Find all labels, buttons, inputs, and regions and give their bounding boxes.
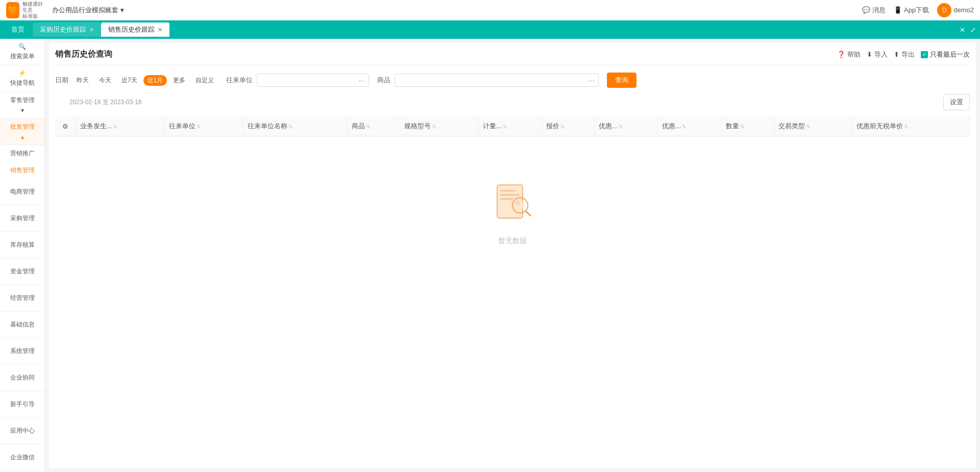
maximize-btn[interactable]: ⤢: [970, 26, 976, 34]
page-title: 销售历史价查询: [55, 49, 112, 60]
col-discount2[interactable]: 优惠... ⇅: [658, 116, 721, 136]
sort-icon-trade-type: ⇅: [806, 124, 810, 129]
sidebar-item-enterprise-wechat[interactable]: 企业微信: [0, 444, 44, 471]
col-partner-name[interactable]: 往来单位名称 ⇅: [243, 116, 347, 136]
workspace-selector[interactable]: 办公用品行业模拟账套 ▾: [52, 6, 124, 15]
search-menu-icon: 🔍: [18, 43, 26, 50]
sidebar-item-operation-mgmt[interactable]: 经营管理: [0, 285, 44, 312]
filter-second-row: 2023-02-18 至 2023-03-18 设置: [55, 94, 970, 110]
close-window-btn[interactable]: ✕: [960, 26, 965, 34]
tab-purchase-history[interactable]: 采购历史价跟踪 ✕: [33, 22, 101, 37]
sidebar-item-new-guide[interactable]: 新手引导: [0, 391, 44, 418]
sidebar-item-basic-info[interactable]: 基础信息: [0, 312, 44, 338]
col-pre-discount-price[interactable]: 优惠前无税单价 ⇅: [852, 116, 970, 136]
date-label: 日期: [55, 76, 68, 85]
col-trade-type[interactable]: 交易类型 ⇅: [774, 116, 852, 136]
date-chip-yesterday[interactable]: 昨天: [72, 75, 93, 86]
tab-purchase-history-close[interactable]: ✕: [89, 27, 94, 33]
only-last-checkbox[interactable]: ✓ 只看最后一次: [921, 50, 970, 59]
goods-input[interactable]: ···: [395, 74, 599, 87]
date-chip-1month[interactable]: 近1月: [143, 75, 167, 86]
sidebar-sub-sales-mgmt[interactable]: 销售管理: [0, 162, 44, 179]
settings-button[interactable]: 设置: [943, 94, 970, 110]
col-partner-code[interactable]: 往来单位 ⇅: [165, 116, 243, 136]
goods-input-dots: ···: [589, 76, 595, 84]
svg-rect-2: [500, 194, 520, 196]
col-quote-price[interactable]: 报价 ⇅: [542, 116, 595, 136]
user-menu[interactable]: D demo2: [937, 3, 974, 17]
empty-state: 暂无数据: [55, 136, 970, 287]
sidebar-item-quick-nav[interactable]: ⚡ 快捷导航: [0, 65, 44, 92]
tab-home[interactable]: 首页: [4, 22, 32, 37]
col-unit[interactable]: 计量... ⇅: [478, 116, 542, 136]
app-icon: 📱: [894, 6, 902, 14]
empty-illustration: [487, 177, 538, 228]
help-icon: ❓: [837, 51, 845, 58]
col-spec[interactable]: 规格型号 ⇅: [400, 116, 479, 136]
sort-icon-discount2: ⇅: [682, 124, 686, 129]
header-left: 🧡 畅捷通好生意 标准版 办公用品行业模拟账套 ▾: [6, 1, 124, 19]
sidebar-item-system-mgmt[interactable]: 系统管理: [0, 338, 44, 365]
quick-nav-icon: ⚡: [18, 69, 26, 77]
sidebar-item-enterprise-agreement[interactable]: 企业协同: [0, 365, 44, 391]
sort-icon-quote-price: ⇅: [560, 124, 565, 129]
col-quantity[interactable]: 数量 ⇅: [721, 116, 774, 136]
sidebar-item-search-menu[interactable]: 🔍 搜索菜单: [0, 39, 44, 65]
sidebar-sub-marketing[interactable]: 营销推广: [0, 145, 44, 162]
sidebar-item-inventory-check[interactable]: 库存核算: [0, 232, 44, 258]
import-btn[interactable]: ⬇ 导入: [867, 50, 888, 59]
message-icon: 💬: [862, 6, 870, 14]
col-biz-date[interactable]: 业务发生... ⇅: [76, 116, 165, 136]
content-area: 销售历史价查询 ❓ 帮助 ⬇ 导入 ⬆ 导出 ✓: [45, 39, 980, 472]
help-btn[interactable]: ❓ 帮助: [837, 50, 861, 59]
sidebar-item-purchase-mgmt[interactable]: 采购管理: [0, 205, 44, 232]
header-right: 💬 消息 📱 App下载 D demo2: [862, 3, 974, 17]
export-btn[interactable]: ⬆ 导出: [894, 50, 915, 59]
sidebar-item-wholesale-mgmt[interactable]: 批发管理 ▴: [0, 119, 44, 145]
tab-bar-actions: ✕ ⤢: [960, 26, 976, 34]
col-goods[interactable]: 商品 ⇅: [348, 116, 400, 136]
sort-icon-partner-code: ⇅: [197, 124, 201, 129]
export-icon: ⬆: [894, 51, 899, 58]
logo-area: 🧡 畅捷通好生意 标准版: [6, 1, 47, 19]
date-chip-today[interactable]: 今天: [95, 75, 115, 86]
col-settings[interactable]: ⚙: [55, 116, 76, 136]
date-chip-custom[interactable]: 自定义: [191, 75, 218, 86]
checkbox-icon: ✓: [921, 51, 928, 58]
date-chip-7days[interactable]: 近7天: [117, 75, 141, 86]
logo-text: 畅捷通好生意 标准版: [22, 1, 47, 19]
sidebar-item-ecommerce-mgmt[interactable]: 电商管理: [0, 179, 44, 205]
partner-label: 往来单位: [226, 76, 253, 85]
sidebar-item-finance-mgmt[interactable]: 资金管理: [0, 258, 44, 285]
main-layout: 🔍 搜索菜单 ⚡ 快捷导航 零售管理 ▾ 批发管理 ▴ 营销推广 销售管理 电商…: [0, 39, 980, 472]
page-header: 销售历史价查询 ❓ 帮助 ⬇ 导入 ⬆ 导出 ✓: [55, 49, 970, 65]
empty-text: 暂无数据: [498, 237, 527, 246]
import-icon: ⬇: [867, 51, 872, 58]
svg-rect-1: [500, 190, 516, 192]
sort-icon-biz-date: ⇅: [113, 124, 117, 129]
sort-icon-pre-discount-price: ⇅: [904, 124, 908, 129]
sidebar-item-app-center[interactable]: 应用中心: [0, 418, 44, 444]
sort-icon-discount1: ⇅: [619, 124, 623, 129]
sort-icon-spec: ⇅: [432, 124, 436, 129]
tab-sales-history[interactable]: 销售历史价跟踪 ✕: [101, 22, 169, 37]
logo-icon: 🧡: [6, 2, 19, 18]
table-header: ⚙ 业务发生... ⇅ 往来单位 ⇅: [55, 116, 970, 136]
date-chip-more[interactable]: 更多: [169, 75, 189, 86]
app-download-btn[interactable]: 📱 App下载: [894, 6, 929, 15]
search-button[interactable]: 查询: [607, 73, 636, 88]
sort-icon-quantity: ⇅: [740, 124, 744, 129]
tab-sales-history-close[interactable]: ✕: [158, 27, 162, 33]
header-bar: 🧡 畅捷通好生意 标准版 办公用品行业模拟账套 ▾ 💬 消息 📱 App下载 D…: [0, 0, 980, 20]
page-content: 销售历史价查询 ❓ 帮助 ⬇ 导入 ⬆ 导出 ✓: [49, 43, 976, 468]
sidebar-item-retail-mgmt[interactable]: 零售管理 ▾: [0, 92, 44, 119]
partner-input[interactable]: ···: [257, 74, 369, 87]
svg-rect-3: [500, 198, 513, 200]
tab-bar: 首页 采购历史价跟踪 ✕ 销售历史价跟踪 ✕ ✕ ⤢: [0, 20, 980, 39]
partner-input-dots: ···: [359, 76, 365, 84]
sort-icon-partner-name: ⇅: [288, 124, 292, 129]
message-btn[interactable]: 💬 消息: [862, 6, 886, 15]
col-discount1[interactable]: 优惠... ⇅: [595, 116, 658, 136]
goods-filter-group: 商品 ···: [377, 74, 599, 87]
retail-arrow-icon: ▾: [21, 107, 24, 114]
